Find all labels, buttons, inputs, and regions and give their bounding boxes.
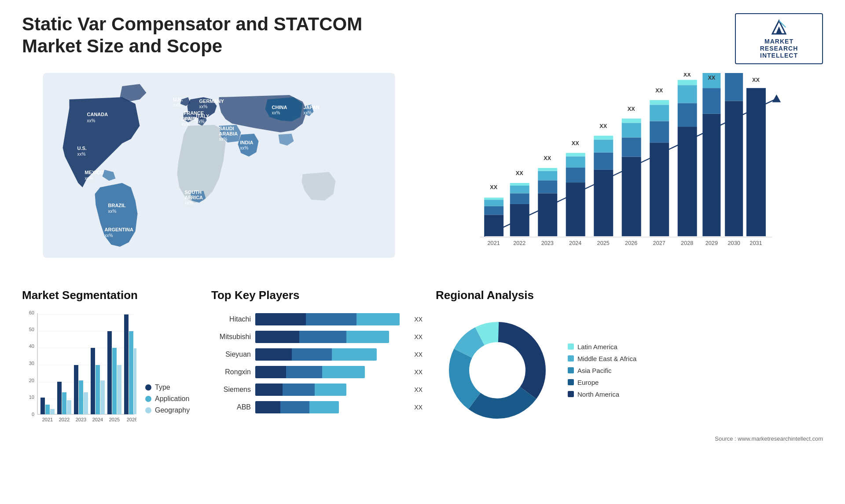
legend-label-asia-pacific: Asia Pacific <box>577 367 612 374</box>
donut-center <box>471 344 524 397</box>
svg-rect-93 <box>96 365 100 414</box>
donut-svg <box>436 309 559 432</box>
svg-rect-37 <box>650 121 669 142</box>
legend-north-america: North America <box>568 391 636 398</box>
brazil-label: BRAZIL <box>108 203 126 208</box>
mexico-label: MEXICO <box>85 170 104 175</box>
svg-rect-21 <box>566 183 585 236</box>
svg-text:XX: XX <box>655 88 663 94</box>
spain-label: SPAIN <box>182 116 196 121</box>
legend-dot-middle-east <box>568 355 574 362</box>
svg-rect-98 <box>124 314 129 414</box>
germany-label: GERMANY <box>199 99 224 104</box>
legend-application-dot <box>145 396 151 402</box>
bar-seg1-rongxin <box>255 366 286 378</box>
logo: MARKET RESEARCH INTELLECT <box>735 13 823 64</box>
china-value: xx% <box>272 110 280 115</box>
legend-latin-america: Latin America <box>568 343 636 351</box>
bar-seg1-sieyuan <box>255 348 292 361</box>
saudi-label2: ARABIA <box>219 131 238 136</box>
svg-rect-24 <box>566 153 585 157</box>
bar-seg2-rongxin <box>286 366 322 378</box>
brazil-value: xx% <box>108 209 117 214</box>
svg-rect-83 <box>40 398 45 414</box>
player-name-rongxin: Rongxin <box>211 368 251 376</box>
player-bar-rongxin <box>255 366 407 378</box>
svg-text:30: 30 <box>29 361 34 366</box>
legend-type-label: Type <box>155 383 170 391</box>
china-label: CHINA <box>272 105 287 110</box>
bar-seg2-sieyuan <box>292 348 332 361</box>
svg-rect-94 <box>100 380 105 414</box>
svg-rect-51 <box>725 101 743 236</box>
southafrica-label2: AFRICA <box>185 195 203 200</box>
india-value: xx% <box>240 146 249 150</box>
player-name-siemens: Siemens <box>211 386 251 394</box>
svg-rect-19 <box>538 168 557 171</box>
svg-rect-100 <box>134 348 136 414</box>
player-bar-mitsubishi <box>255 331 407 343</box>
svg-text:2024: 2024 <box>92 417 103 422</box>
svg-rect-46 <box>702 114 720 236</box>
svg-text:2026: 2026 <box>625 240 637 246</box>
regional-title: Regional Analysis <box>436 289 823 302</box>
segmentation-section: Market Segmentation 0 10 20 30 40 50 60 <box>22 289 198 456</box>
player-name-mitsubishi: Mitsubishi <box>211 333 251 341</box>
svg-text:2027: 2027 <box>653 240 665 246</box>
seg-legend: Type Application Geography <box>145 383 190 432</box>
svg-rect-91 <box>84 392 88 414</box>
svg-rect-11 <box>510 204 529 236</box>
svg-rect-22 <box>566 168 585 183</box>
svg-text:2024: 2024 <box>569 240 581 246</box>
svg-text:XX: XX <box>572 140 579 146</box>
player-row-sieyuan: Sieyuan XX <box>211 348 422 361</box>
svg-rect-12 <box>510 193 529 204</box>
seg-chart-svg: 0 10 20 30 40 50 60 <box>22 309 136 432</box>
svg-text:XX: XX <box>708 75 715 81</box>
svg-text:2029: 2029 <box>705 240 718 246</box>
svg-text:2022: 2022 <box>59 417 70 422</box>
svg-rect-18 <box>538 171 557 180</box>
italy-label: ITALY <box>196 113 210 119</box>
page-container: Static Var Compensator and STATCOM Marke… <box>0 0 845 504</box>
svg-rect-13 <box>510 186 529 194</box>
southafrica-value: xx% <box>185 201 193 205</box>
svg-text:40: 40 <box>29 343 34 349</box>
svg-rect-41 <box>678 127 697 236</box>
bar-seg3-sieyuan <box>332 348 377 361</box>
player-value-sieyuan: XX <box>414 351 422 358</box>
saudi-value: xx% <box>219 137 228 142</box>
svg-rect-26 <box>594 170 613 236</box>
canada-label: CANADA <box>87 112 108 117</box>
svg-rect-85 <box>50 409 55 414</box>
svg-rect-6 <box>484 215 503 236</box>
svg-rect-27 <box>594 153 613 170</box>
italy-value: xx% <box>196 119 205 124</box>
svg-text:XX: XX <box>516 170 523 176</box>
us-value: xx% <box>77 152 86 157</box>
svg-rect-87 <box>62 392 66 414</box>
bar-seg2-siemens <box>283 383 315 396</box>
map-section: CANADA xx% U.S. xx% MEXICO xx% BRAZIL xx… <box>22 73 416 275</box>
segmentation-title: Market Segmentation <box>22 289 198 302</box>
svg-text:XX: XX <box>490 184 497 190</box>
svg-text:2021: 2021 <box>488 240 500 246</box>
world-map-svg: CANADA xx% U.S. xx% MEXICO xx% BRAZIL xx… <box>22 73 416 258</box>
seg-chart-container: 0 10 20 30 40 50 60 <box>22 309 198 432</box>
legend-geography: Geography <box>145 406 190 414</box>
bar-seg1-hitachi <box>255 313 306 325</box>
page-title: Static Var Compensator and STATCOM Marke… <box>22 13 418 58</box>
svg-text:XX: XX <box>683 73 691 78</box>
svg-rect-84 <box>45 405 50 414</box>
legend-europe: Europe <box>568 379 636 386</box>
bar-seg3-siemens <box>315 383 347 396</box>
svg-rect-29 <box>594 136 613 140</box>
source-text: Source : www.marketresearchintellect.com <box>436 435 823 442</box>
legend-asia-pacific: Asia Pacific <box>568 367 636 374</box>
bar-seg3-abb <box>309 401 338 413</box>
legend-label-north-america: North America <box>577 391 619 398</box>
svg-marker-1 <box>776 26 782 34</box>
legend-dot-latin-america <box>568 343 574 350</box>
svg-rect-23 <box>566 156 585 167</box>
bar-seg2-abb <box>280 401 309 413</box>
